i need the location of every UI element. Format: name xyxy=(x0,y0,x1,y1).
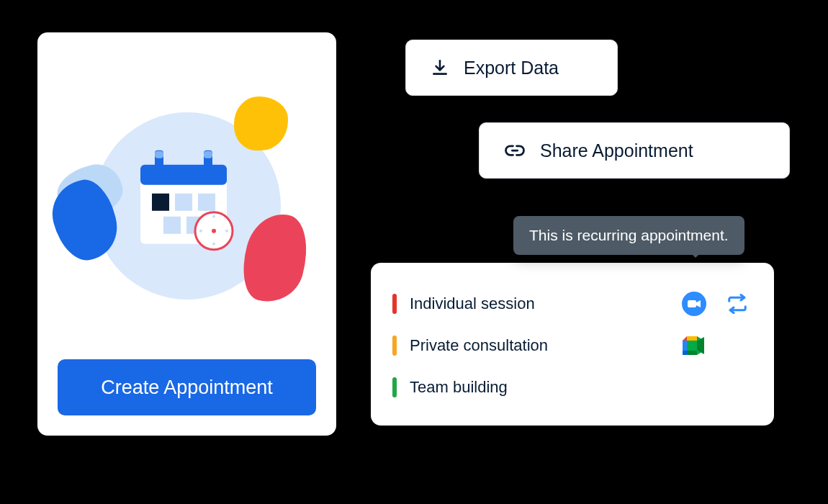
svg-point-12 xyxy=(212,229,216,233)
color-bar xyxy=(392,294,397,314)
svg-rect-5 xyxy=(204,151,212,158)
svg-rect-21 xyxy=(687,351,697,355)
create-appointment-button[interactable]: Create Appointment xyxy=(58,359,316,415)
svg-rect-9 xyxy=(163,217,181,234)
download-icon xyxy=(431,58,449,77)
svg-point-16 xyxy=(212,243,215,246)
svg-rect-20 xyxy=(687,341,697,351)
svg-point-15 xyxy=(199,230,202,233)
export-data-button[interactable]: Export Data xyxy=(405,40,618,96)
appointment-label: Individual session xyxy=(410,294,666,313)
share-appointment-button[interactable]: Share Appointment xyxy=(479,122,790,179)
svg-rect-8 xyxy=(198,194,215,211)
export-data-label: Export Data xyxy=(464,58,559,78)
appointment-label: Team building xyxy=(410,378,666,397)
svg-rect-4 xyxy=(155,151,163,158)
calendar-illustration xyxy=(58,53,316,359)
repeat-icon[interactable] xyxy=(726,293,748,315)
color-bar xyxy=(392,377,397,397)
share-appointment-label: Share Appointment xyxy=(540,140,693,161)
calendar-icon xyxy=(133,145,241,256)
list-item[interactable]: Private consultation xyxy=(392,325,752,366)
appointment-label: Private consultation xyxy=(410,336,666,355)
recurring-tooltip: This is recurring appointment. xyxy=(513,216,744,255)
svg-rect-6 xyxy=(152,194,169,211)
svg-rect-7 xyxy=(175,194,192,211)
svg-rect-19 xyxy=(687,336,697,341)
svg-point-14 xyxy=(225,230,228,233)
color-bar xyxy=(392,336,397,356)
svg-rect-22 xyxy=(683,351,687,355)
link-icon xyxy=(504,140,526,161)
svg-rect-17 xyxy=(688,300,696,307)
list-item[interactable]: Team building xyxy=(392,366,752,408)
svg-point-13 xyxy=(212,215,215,218)
svg-rect-18 xyxy=(683,341,687,351)
zoom-icon xyxy=(682,292,706,316)
list-item[interactable]: Individual session xyxy=(392,283,752,325)
appointment-list-card: Individual session Private consultation xyxy=(371,263,774,426)
google-meet-icon xyxy=(683,336,706,355)
create-appointment-card: Create Appointment xyxy=(37,32,336,436)
svg-rect-1 xyxy=(140,165,227,185)
